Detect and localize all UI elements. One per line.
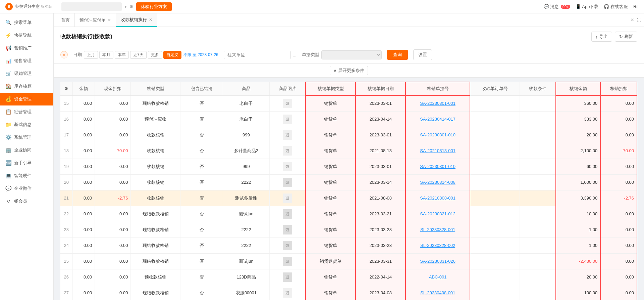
cell-verify-type: 收款核销 <box>131 127 180 143</box>
gear-header-icon[interactable]: ⚙ <box>64 86 68 91</box>
cell-include-settled: 否 <box>180 174 223 190</box>
custom-btn[interactable]: 自定义 <box>163 51 181 59</box>
bill-no-link[interactable]: SA-20230331-026 <box>420 259 455 264</box>
sidebar-item-operation[interactable]: 📋 经营管理 <box>0 105 53 118</box>
query-btn[interactable]: 查询 <box>387 50 408 60</box>
sidebar-item-wechat[interactable]: 💬 企业微信 <box>0 182 53 195</box>
cell-bill-no[interactable]: SA-20230414-017 <box>406 111 470 127</box>
cell-bill-no[interactable]: SL-20230408-001 <box>406 285 470 300</box>
sidebar-item-quick[interactable]: ⚡ 快捷导航 <box>0 29 53 42</box>
bill-no-link[interactable]: SA-20210813-001 <box>420 148 455 153</box>
sidebar-item-marketing[interactable]: 📢 营销推广 <box>0 42 53 54</box>
sidebar-item-corp[interactable]: 🏢 企业协同 <box>0 144 53 157</box>
filter-expand-btn[interactable]: » <box>60 51 68 58</box>
cell-receipt-condition <box>520 285 556 300</box>
sidebar-item-search[interactable]: 🔍 搜索菜单 <box>0 16 53 29</box>
cell-bill-no[interactable]: SA-20230301-001 <box>406 95 470 111</box>
company-selector[interactable] <box>61 2 122 11</box>
expand-more-btn[interactable]: ∨ 展开更多条件 <box>330 66 368 75</box>
cell-bill-no[interactable]: SL-20230328-001 <box>406 222 470 238</box>
bill-no-link[interactable]: SA-20210808-001 <box>420 196 455 201</box>
setting-btn[interactable]: 设置 <box>413 49 432 60</box>
cell-goods-img: 🖼 <box>269 206 306 222</box>
cell-cash-discount: 0.00 <box>95 111 131 127</box>
tab-collection-close[interactable]: ✕ <box>149 17 152 22</box>
cell-bill-no[interactable]: SL-20230328-002 <box>406 238 470 253</box>
user-name[interactable]: Rit <box>633 4 639 9</box>
bill-no-link[interactable]: SA-20230314-008 <box>420 180 455 185</box>
tab-prepay-close[interactable]: ✕ <box>108 18 111 23</box>
cell-bill-type: 销货单 <box>306 143 356 159</box>
sidebar-item-basic[interactable]: 📁 基础信息 <box>0 118 53 131</box>
tab-close-icon[interactable]: ✕ <box>631 17 634 23</box>
cell-receipt-order-no <box>470 95 520 111</box>
this-month-btn[interactable]: 本月 <box>99 51 113 59</box>
bill-no-link[interactable]: SA-20230301-001 <box>420 101 455 106</box>
sidebar-item-purchase[interactable]: 🛒 采购管理 <box>0 67 53 80</box>
bill-no-link[interactable]: SA-20230301-010 <box>420 132 455 137</box>
this-year-btn[interactable]: 本年 <box>115 51 129 59</box>
cell-no: 25 <box>60 253 72 269</box>
messages-btn[interactable]: 💬 消息 99+ <box>544 4 571 10</box>
bill-no-link[interactable]: SL-20230408-001 <box>420 290 455 295</box>
counterpart-dots[interactable]: ... <box>293 52 297 57</box>
cell-bill-no[interactable]: ABC-001 <box>406 269 470 285</box>
tab-maximize-icon[interactable]: ⛶ <box>637 17 641 23</box>
table-row: 17 0.00 0.00 收款核销 否 999 🖼 销货单 2023-03-01… <box>60 127 637 143</box>
last-month-btn[interactable]: 上月 <box>84 51 98 59</box>
cell-bill-no[interactable]: SA-20230331-026 <box>406 253 470 269</box>
counterpart-input[interactable] <box>224 51 291 59</box>
cell-bill-type: 销货单 <box>306 111 356 127</box>
export-btn[interactable]: ↑ 导出 <box>591 32 612 42</box>
bill-no-link[interactable]: SA-20230301-010 <box>420 164 455 169</box>
col-include-settled: 包含已结清 <box>180 82 223 95</box>
industry-btn[interactable]: 休验行业方案 <box>136 2 172 11</box>
sidebar-item-member[interactable]: V 畅会员 <box>0 195 53 208</box>
cell-verify-type: 现结收款核销 <box>131 206 180 222</box>
table-row: 25 0.00 0.00 现结收款核销 否 测试jun 🖼 销货退货单 2023… <box>60 253 637 269</box>
cell-goods: 老白干 <box>223 111 270 127</box>
cell-receipt-condition <box>520 143 556 159</box>
refresh-btn[interactable]: ↻ 刷新 <box>615 32 637 42</box>
tab-home[interactable]: 首页 <box>56 13 75 27</box>
cell-bill-no[interactable]: SA-20230301-010 <box>406 127 470 143</box>
bill-no-link[interactable]: SA-20230321-012 <box>420 211 455 216</box>
online-service-btn[interactable]: 🎧 在线客服 <box>604 4 628 10</box>
sidebar-item-system[interactable]: ⚙️ 系统管理 <box>0 131 53 144</box>
bill-no-link[interactable]: SL-20230328-002 <box>420 243 455 248</box>
tab-prepay[interactable]: 预付冲应付单 ✕ <box>75 13 116 27</box>
more-btn[interactable]: 更多 <box>148 51 162 59</box>
cell-balance: 0.00 <box>72 206 95 222</box>
bill-no-link[interactable]: SA-20230414-017 <box>420 117 455 122</box>
col-goods-img: 商品图片 <box>269 82 306 95</box>
col-gear[interactable]: ⚙ <box>60 82 72 95</box>
app-download-btn[interactable]: 📱 App下载 <box>576 4 598 10</box>
cell-bill-no[interactable]: SA-20210808-001 <box>406 190 470 206</box>
cell-bill-no[interactable]: SA-20230314-008 <box>406 174 470 190</box>
cell-receipt-condition <box>520 174 556 190</box>
table-row: 21 0.00 -2.76 收款核销 否 测试多属性 🖼 销货单 2021-08… <box>60 190 637 206</box>
table-row: 16 0.00 0.00 预付冲应收 否 老白干 🖼 销货单 2023-04-1… <box>60 111 637 127</box>
cell-verify-amount: 360.00 <box>556 95 600 111</box>
bill-no-link[interactable]: SL-20230328-001 <box>420 227 455 232</box>
last7-btn[interactable]: 近7天 <box>130 51 147 59</box>
tab-collection[interactable]: 收款核销执行 ✕ <box>116 13 157 27</box>
sidebar-item-guide[interactable]: 🆕 新手引导 <box>0 157 53 169</box>
dropdown-icon[interactable]: ▾ <box>124 4 127 9</box>
sidebar-item-inventory[interactable]: 🏠 库存核算 <box>0 80 53 93</box>
cell-goods: 2222 <box>223 174 270 190</box>
date-filter-group: 日期 上月 本月 本年 近7天 更多 自定义 不限 至 2023-07-26 <box>73 51 218 59</box>
cell-bill-no[interactable]: SA-20230321-012 <box>406 206 470 222</box>
sidebar-item-hardware[interactable]: 💻 智能硬件 <box>0 169 53 182</box>
cell-bill-no[interactable]: SA-20210813-001 <box>406 143 470 159</box>
cell-include-settled: 否 <box>180 285 223 300</box>
sidebar-item-finance[interactable]: 💰 资金管理 <box>0 93 53 105</box>
sidebar-item-sales[interactable]: 📊 销售管理 <box>0 54 53 67</box>
system-icon: ⚙️ <box>5 134 11 140</box>
col-bill-date: 核销单据日期 <box>356 82 406 95</box>
bill-type-select[interactable] <box>321 50 382 59</box>
settings-icon[interactable]: ⚙ <box>129 4 133 9</box>
cell-bill-no[interactable]: SA-20230301-010 <box>406 159 470 174</box>
table-row: 22 0.00 0.00 现结收款核销 否 测试jun 🖼 销货单 2023-0… <box>60 206 637 222</box>
bill-no-link[interactable]: ABC-001 <box>429 274 447 280</box>
